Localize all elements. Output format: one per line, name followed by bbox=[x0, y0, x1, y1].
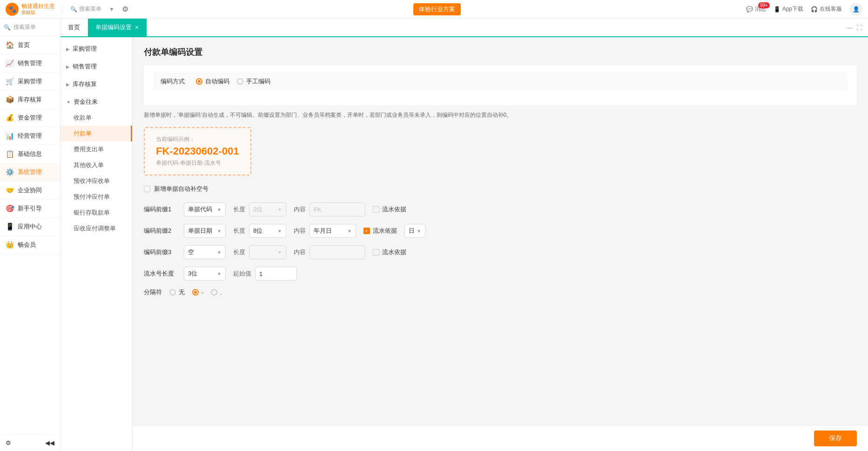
tab-home[interactable]: 首页 bbox=[61, 19, 88, 37]
prefix1-content-input: FK bbox=[310, 202, 365, 216]
arrow-right-icon: ▶ bbox=[66, 47, 70, 52]
sidebar-nav: 🏠 首页 📈 销售管理 🛒 采购管理 📦 库存核算 💰 资金管理 📊 经 bbox=[0, 36, 60, 434]
sub-item-expense[interactable]: 费用支出单 bbox=[61, 141, 132, 157]
enterprise-icon: 🤝 bbox=[6, 186, 14, 195]
settings-bottom-icon[interactable]: ⚙ bbox=[6, 439, 11, 446]
sep-radio-dash[interactable]: - bbox=[192, 289, 203, 296]
prefix2-label: 编码前缀2 bbox=[144, 227, 176, 235]
sidebar-item-purchase[interactable]: 🛒 采购管理 bbox=[0, 73, 60, 91]
search-area[interactable]: 🔍 搜索菜单 bbox=[70, 5, 101, 13]
collapse-icon[interactable]: ◀◀ bbox=[45, 439, 54, 446]
sidebar-item-system[interactable]: ⚙️ 系统管理 bbox=[0, 163, 60, 182]
sidebar-item-appcenter[interactable]: 📱 应用中心 bbox=[0, 218, 60, 236]
tab-close-btn[interactable]: ✕ bbox=[135, 24, 139, 31]
info-text: 新增单据时，'单据编码'自动生成，不可编辑。前缀设置为部门、业务员等档案类，开单… bbox=[144, 111, 857, 120]
sidebar-item-vip[interactable]: 👑 畅会员 bbox=[0, 236, 60, 254]
separator-label: 分隔符 bbox=[144, 288, 162, 296]
sub-group-sales-title[interactable]: ▶ 销售管理 bbox=[61, 59, 132, 74]
sidebar-search[interactable]: 🔍 搜索菜单 bbox=[0, 19, 60, 36]
start-value-group: 起始值 1 bbox=[233, 267, 297, 281]
sidebar-item-home[interactable]: 🏠 首页 bbox=[0, 36, 60, 54]
sub-group-purchase-title[interactable]: ▶ 采购管理 bbox=[61, 41, 132, 57]
headset-icon: 🎧 bbox=[811, 6, 818, 13]
sidebar-item-finance[interactable]: 💰 资金管理 bbox=[0, 109, 60, 127]
prefix1-serial-cb[interactable] bbox=[373, 206, 379, 213]
page-title: 付款单编码设置 bbox=[144, 47, 857, 58]
sub-sidebar: ▶ 采购管理 ▶ 销售管理 ▶ 库存核算 bbox=[61, 37, 133, 451]
service-btn[interactable]: 🎧 在线客服 bbox=[811, 5, 842, 13]
serial-length-select[interactable]: 3位 ▼ bbox=[184, 267, 226, 281]
sidebar-item-inventory[interactable]: 📦 库存核算 bbox=[0, 91, 60, 109]
sub-group-capital-title[interactable]: ▼ 资金往来 bbox=[61, 94, 132, 110]
sub-item-prepay-recv[interactable]: 预收冲应收单 bbox=[61, 173, 132, 189]
tab-encode-setting[interactable]: 单据编码设置 ✕ bbox=[88, 19, 147, 37]
prefix3-select[interactable]: 空 ▼ bbox=[184, 245, 226, 259]
sidebar: 🔍 搜索菜单 🏠 首页 📈 销售管理 🛒 采购管理 📦 库存核算 💰 bbox=[0, 19, 61, 451]
config-row-3: 编码前缀3 空 ▼ 长度 ▼ 内 bbox=[144, 245, 857, 259]
prefix2-day-select[interactable]: 日 ▼ bbox=[404, 224, 425, 238]
sidebar-item-enterprise[interactable]: 🤝 企业协同 bbox=[0, 182, 60, 200]
auto-code-radio[interactable]: 自动编码 bbox=[196, 77, 229, 86]
bottom-bar: 保存 bbox=[133, 425, 868, 451]
prefix3-length-label: 长度 bbox=[233, 248, 245, 256]
manual-code-radio[interactable]: 手工编码 bbox=[237, 77, 270, 86]
auto-fill-checkbox[interactable] bbox=[144, 186, 150, 192]
basic-icon: 📋 bbox=[6, 150, 14, 158]
start-value-input[interactable]: 1 bbox=[255, 267, 297, 281]
prefix1-serial-checkbox[interactable]: 流水依据 bbox=[373, 205, 406, 214]
sub-item-bank[interactable]: 银行存取款单 bbox=[61, 205, 132, 221]
arrow-right-icon3: ▶ bbox=[66, 82, 70, 87]
sub-group-stock: ▶ 库存核算 bbox=[61, 76, 132, 92]
logo-text: 畅捷通好生意 旗舰版 bbox=[21, 3, 55, 15]
sub-item-income[interactable]: 其他收入单 bbox=[61, 157, 132, 173]
message-btn[interactable]: 💬 消息 99+ bbox=[746, 5, 766, 13]
prefix3-serial-checkbox[interactable]: 流水依据 bbox=[373, 248, 406, 256]
prefix1-select[interactable]: 单据代码 ▼ bbox=[184, 202, 226, 216]
minimize-icon[interactable]: — bbox=[847, 24, 853, 31]
industry-btn[interactable]: 体验行业方案 bbox=[413, 3, 461, 15]
prefix2-serial-cb[interactable]: ✓ bbox=[363, 228, 370, 234]
prefix1-length-label: 长度 bbox=[233, 205, 245, 214]
prefix3-content-group: 内容 bbox=[294, 245, 365, 259]
sep-radio-none[interactable]: 无 bbox=[169, 288, 185, 296]
prefix1-serial-label: 流水依据 bbox=[382, 205, 406, 214]
save-button[interactable]: 保存 bbox=[814, 431, 857, 446]
operation-icon: 📊 bbox=[6, 132, 14, 140]
topbar-left: 🐾 畅捷通好生意 旗舰版 🔍 搜索菜单 ▼ ⚙ bbox=[6, 3, 128, 16]
sub-item-payment[interactable]: 付款单 bbox=[61, 126, 132, 141]
sidebar-item-sales[interactable]: 📈 销售管理 bbox=[0, 54, 60, 73]
sub-item-prepay-pay[interactable]: 预付冲应付单 bbox=[61, 189, 132, 205]
prefix2-serial-checkbox[interactable]: ✓ 流水依据 bbox=[363, 227, 397, 235]
sales-icon: 📈 bbox=[6, 59, 14, 67]
prefix3-serial-cb[interactable] bbox=[373, 249, 379, 256]
app-download-btn[interactable]: 📱 App下载 bbox=[774, 5, 803, 13]
settings-icon[interactable]: ⚙ bbox=[122, 5, 128, 13]
prefix2-select[interactable]: 单据日期 ▼ bbox=[184, 224, 226, 238]
sidebar-item-operation[interactable]: 📊 经营管理 bbox=[0, 127, 60, 145]
sidebar-bottom: ⚙ ◀◀ bbox=[0, 434, 60, 451]
sub-item-adjust[interactable]: 应收应付调整单 bbox=[61, 221, 132, 236]
serial-length-row: 流水号长度 3位 ▼ 起始值 1 bbox=[144, 267, 857, 281]
preview-box: 当前编码示例： FK-20230602-001 单据代码-单据日期-流水号 bbox=[144, 127, 251, 175]
prefix1-length-group: 长度 2位 ▼ bbox=[233, 202, 286, 216]
sep-radio-dot[interactable]: . bbox=[211, 289, 222, 296]
maximize-icon[interactable]: ⛶ bbox=[856, 24, 862, 31]
prefix2-length-input[interactable]: 8位 ▼ bbox=[249, 224, 286, 238]
sidebar-search-btn[interactable]: 🔍 搜索菜单 bbox=[4, 23, 56, 31]
finance-icon: 💰 bbox=[6, 114, 14, 122]
sub-item-receipt[interactable]: 收款单 bbox=[61, 110, 132, 126]
sidebar-item-basic[interactable]: 📋 基础信息 bbox=[0, 145, 60, 163]
topbar: 🐾 畅捷通好生意 旗舰版 🔍 搜索菜单 ▼ ⚙ 体验行业方案 💬 消息 99+ … bbox=[0, 0, 868, 19]
config-row-1: 编码前缀1 单据代码 ▼ 长度 2位 ▼ bbox=[144, 202, 857, 216]
tabbar-actions: — ⛶ bbox=[847, 24, 868, 31]
sub-group-sales: ▶ 销售管理 bbox=[61, 59, 132, 74]
dropdown-arrow-icon[interactable]: ▼ bbox=[109, 6, 114, 13]
topbar-divider bbox=[62, 5, 63, 14]
prefix2-content-input[interactable]: 年月日 ▼ bbox=[310, 224, 356, 238]
sep-radio-dash-dot bbox=[192, 289, 199, 296]
search-icon: 🔍 bbox=[4, 24, 11, 31]
purchase-icon: 🛒 bbox=[6, 77, 14, 86]
sub-group-stock-title[interactable]: ▶ 库存核算 bbox=[61, 76, 132, 92]
user-avatar[interactable]: 👤 bbox=[849, 3, 862, 16]
sidebar-item-newguide[interactable]: 🎯 新手引导 bbox=[0, 200, 60, 218]
